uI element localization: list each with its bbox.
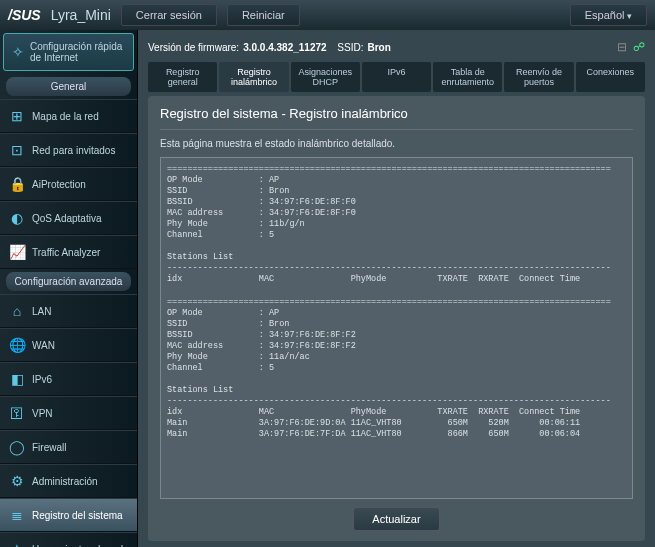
sidebar-item[interactable]: ⌂LAN bbox=[0, 294, 137, 328]
sidebar-item[interactable]: ◧IPv6 bbox=[0, 362, 137, 396]
tab[interactable]: Reenvío de puertos bbox=[504, 62, 573, 92]
sidebar-icon: ⚙ bbox=[8, 472, 26, 490]
sidebar-item-label: Registro del sistema bbox=[32, 510, 123, 521]
sidebar-item[interactable]: ◯Firewall bbox=[0, 430, 137, 464]
sidebar-item-label: IPv6 bbox=[32, 374, 52, 385]
language-selector[interactable]: Español bbox=[570, 4, 647, 26]
tab[interactable]: Registro inalámbrico bbox=[219, 62, 288, 92]
main-content: Versión de firmware: 3.0.0.4.382_11272 S… bbox=[138, 30, 655, 547]
tab[interactable]: IPv6 bbox=[362, 62, 431, 92]
sidebar-item-label: Traffic Analyzer bbox=[32, 247, 100, 258]
sidebar-item[interactable]: ≣Registro del sistema bbox=[0, 498, 137, 532]
sidebar-item-label: Configuración rápida de Internet bbox=[30, 41, 125, 63]
sidebar-item[interactable]: ◐QoS Adaptativa bbox=[0, 201, 137, 235]
wand-icon: ✧ bbox=[12, 43, 24, 61]
brand-logo: /SUS bbox=[8, 7, 41, 23]
sidebar-icon: ≣ bbox=[8, 506, 26, 524]
firmware-ssid: Bron bbox=[367, 42, 390, 53]
sidebar-icon: ◐ bbox=[8, 209, 26, 227]
sidebar-item[interactable]: 🔒AiProtection bbox=[0, 167, 137, 201]
mesh-icon[interactable]: ☍ bbox=[633, 40, 645, 54]
tab[interactable]: Conexiones bbox=[576, 62, 645, 92]
sidebar-item-label: WAN bbox=[32, 340, 55, 351]
panel-title: Registro del sistema - Registro inalámbr… bbox=[160, 106, 633, 130]
sidebar-icon: ✦ bbox=[8, 540, 26, 547]
sidebar-quick-setup[interactable]: ✧ Configuración rápida de Internet bbox=[3, 33, 134, 71]
tab[interactable]: Tabla de enrutamiento bbox=[433, 62, 502, 92]
wireless-log-textarea[interactable]: ========================================… bbox=[160, 157, 633, 499]
sidebar-item-label: AiProtection bbox=[32, 179, 86, 190]
sidebar-item[interactable]: ⊞Mapa de la red bbox=[0, 99, 137, 133]
sidebar-item[interactable]: ⚿VPN bbox=[0, 396, 137, 430]
tab-row: Registro generalRegistro inalámbricoAsig… bbox=[148, 62, 645, 92]
sidebar-item-label: Red para invitados bbox=[32, 145, 115, 156]
sidebar-item-label: Administración bbox=[32, 476, 98, 487]
firmware-version: 3.0.0.4.382_11272 bbox=[243, 42, 326, 53]
sidebar-icon: ◯ bbox=[8, 438, 26, 456]
tab[interactable]: Registro general bbox=[148, 62, 217, 92]
log-panel: Registro del sistema - Registro inalámbr… bbox=[148, 96, 645, 541]
sidebar-item-label: VPN bbox=[32, 408, 53, 419]
tab[interactable]: Asignaciones DHCP bbox=[291, 62, 360, 92]
logout-button[interactable]: Cerrar sesión bbox=[121, 4, 217, 26]
sidebar-icon: ⊡ bbox=[8, 141, 26, 159]
sidebar-item[interactable]: 📈Traffic Analyzer bbox=[0, 235, 137, 269]
sidebar-icon: 🌐 bbox=[8, 336, 26, 354]
sidebar-item[interactable]: ✦Herramientas de red bbox=[0, 532, 137, 547]
firmware-line: Versión de firmware: 3.0.0.4.382_11272 S… bbox=[148, 36, 645, 58]
product-name: Lyra_Mini bbox=[51, 7, 111, 23]
sidebar: ✧ Configuración rápida de Internet Gener… bbox=[0, 30, 138, 547]
sidebar-icon: 📈 bbox=[8, 243, 26, 261]
sidebar-item[interactable]: 🌐WAN bbox=[0, 328, 137, 362]
sidebar-icon: 🔒 bbox=[8, 175, 26, 193]
sidebar-item-label: Firewall bbox=[32, 442, 66, 453]
sidebar-heading-general: General bbox=[6, 77, 131, 96]
sidebar-item-label: QoS Adaptativa bbox=[32, 213, 102, 224]
refresh-button[interactable]: Actualizar bbox=[353, 507, 439, 531]
sidebar-heading-advanced: Configuración avanzada bbox=[6, 272, 131, 291]
header-bar: /SUS Lyra_Mini Cerrar sesión Reiniciar E… bbox=[0, 0, 655, 30]
panel-description: Esta página muestra el estado inalámbric… bbox=[160, 138, 633, 149]
sidebar-icon: ◧ bbox=[8, 370, 26, 388]
reboot-button[interactable]: Reiniciar bbox=[227, 4, 300, 26]
sidebar-icon: ⌂ bbox=[8, 302, 26, 320]
sidebar-item[interactable]: ⊡Red para invitados bbox=[0, 133, 137, 167]
sidebar-icon: ⚿ bbox=[8, 404, 26, 422]
sidebar-item[interactable]: ⚙Administración bbox=[0, 464, 137, 498]
sidebar-item-label: Mapa de la red bbox=[32, 111, 99, 122]
sidebar-item-label: Herramientas de red bbox=[32, 544, 123, 548]
usb-icon[interactable]: ⊟ bbox=[617, 40, 627, 54]
sidebar-item-label: LAN bbox=[32, 306, 51, 317]
sidebar-icon: ⊞ bbox=[8, 107, 26, 125]
